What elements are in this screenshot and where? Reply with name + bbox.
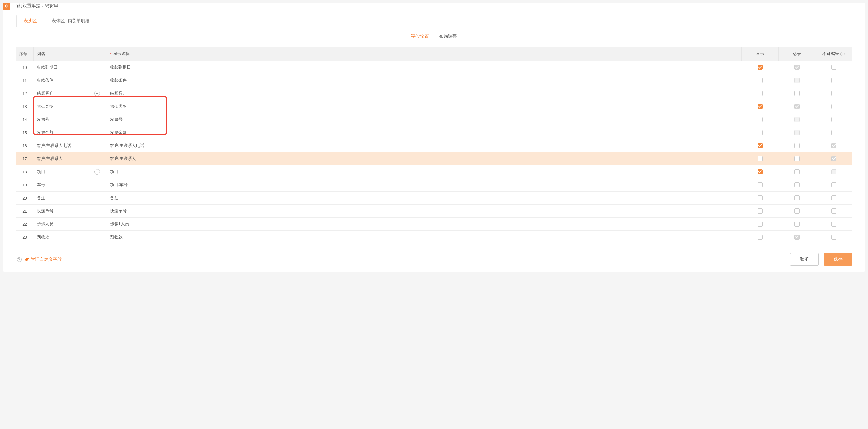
table-row[interactable]: 23预收款预收款 <box>16 231 852 244</box>
cell-required <box>778 87 815 100</box>
cell-readonly <box>815 113 852 126</box>
settings-panel: 当前设置单据：销货单 表头区 表体区–销货单明细 字段设置 布局调整 序号 列名… <box>3 3 865 272</box>
required-checkbox[interactable] <box>795 143 800 148</box>
required-checkbox <box>795 117 800 122</box>
required-checkbox[interactable] <box>795 195 800 200</box>
required-checkbox <box>795 78 800 83</box>
cell-show <box>742 192 778 205</box>
required-checkbox[interactable] <box>795 91 800 96</box>
required-checkbox[interactable] <box>795 156 800 161</box>
collapse-toggle[interactable] <box>3 3 9 9</box>
help-icon[interactable]: ? <box>840 52 845 56</box>
required-checkbox[interactable] <box>795 222 800 227</box>
manage-custom-fields-label: 管理自定义字段 <box>31 257 62 262</box>
readonly-checkbox[interactable] <box>831 208 836 213</box>
cancel-button[interactable]: 取消 <box>790 253 819 266</box>
readonly-checkbox[interactable] <box>831 235 836 240</box>
show-checkbox[interactable] <box>757 91 763 96</box>
cell-display-name[interactable]: 发票金额 <box>107 126 742 139</box>
manage-custom-fields-link[interactable]: 管理自定义字段 <box>25 257 62 262</box>
footer-right: 取消 保存 <box>790 253 852 266</box>
cell-display-name[interactable]: 票据类型 <box>107 100 742 113</box>
footer-help-icon[interactable]: ? <box>17 257 22 262</box>
cell-display-name[interactable]: 步骤1人员 <box>107 218 742 231</box>
cell-display-name[interactable]: 收款条件 <box>107 74 742 87</box>
cell-required <box>778 126 815 139</box>
table-row[interactable]: 19车号项目.车号 <box>16 178 852 192</box>
show-checkbox[interactable] <box>757 143 763 148</box>
readonly-checkbox <box>831 169 836 174</box>
readonly-checkbox[interactable] <box>831 222 836 227</box>
cell-show <box>742 100 778 113</box>
readonly-checkbox[interactable] <box>831 78 836 83</box>
show-checkbox[interactable] <box>757 195 763 200</box>
cell-display-name[interactable]: 客户.主联系人 <box>107 152 742 165</box>
cell-display-name[interactable]: 项目 <box>107 165 742 178</box>
readonly-checkbox[interactable] <box>831 104 836 109</box>
cell-display-name[interactable]: 备注 <box>107 192 742 205</box>
cell-required <box>778 152 815 165</box>
chevron-right-double-icon <box>4 4 8 8</box>
tab-body-area[interactable]: 表体区–销货单明细 <box>44 15 97 27</box>
cell-display-name[interactable]: 发票号 <box>107 113 742 126</box>
cell-name: 客户.主联系人 <box>34 152 107 165</box>
cell-name: 发票金额 <box>34 126 107 139</box>
table-row[interactable]: 22步骤人员步骤1人员 <box>16 218 852 231</box>
table-row[interactable]: 16客户.主联系人电话客户.主联系人电话 <box>16 139 852 152</box>
cell-seq: 21 <box>16 205 34 218</box>
table-row[interactable]: 20备注备注 <box>16 192 852 205</box>
required-checkbox <box>795 104 800 109</box>
readonly-checkbox[interactable] <box>831 91 836 96</box>
table-row[interactable]: 18项目+项目 <box>16 165 852 178</box>
show-checkbox[interactable] <box>757 130 763 135</box>
cell-name: 预收款 <box>34 231 107 244</box>
show-checkbox[interactable] <box>757 182 763 188</box>
show-checkbox[interactable] <box>757 65 763 70</box>
readonly-checkbox[interactable] <box>831 130 836 135</box>
show-checkbox[interactable] <box>757 222 763 227</box>
required-checkbox[interactable] <box>795 182 800 188</box>
show-checkbox[interactable] <box>757 104 763 109</box>
table-row[interactable]: 10收款到期日收款到期日 <box>16 61 852 74</box>
required-checkbox[interactable] <box>795 169 800 174</box>
tab-layout-adjust[interactable]: 布局调整 <box>438 32 458 41</box>
fields-table-wrap: 序号 列名 *显示名称 显示 必录 不可编辑? 10收款到期日收款到期日11收款… <box>16 47 852 244</box>
table-row[interactable]: 11收款条件收款条件 <box>16 74 852 87</box>
table-row[interactable]: 15发票金额发票金额 <box>16 126 852 139</box>
tab-header-area[interactable]: 表头区 <box>16 15 44 27</box>
required-checkbox[interactable] <box>795 208 800 213</box>
cell-required <box>778 218 815 231</box>
save-button[interactable]: 保存 <box>824 253 852 266</box>
show-checkbox[interactable] <box>757 117 763 122</box>
show-checkbox[interactable] <box>757 156 763 161</box>
expand-plus-button[interactable]: + <box>94 90 100 96</box>
readonly-checkbox[interactable] <box>831 182 836 188</box>
required-checkbox <box>795 65 800 70</box>
table-row[interactable]: 13票据类型票据类型 <box>16 100 852 113</box>
show-checkbox[interactable] <box>757 169 763 174</box>
table-row[interactable]: 21快递单号快递单号 <box>16 205 852 218</box>
table-row[interactable]: 17客户.主联系人客户.主联系人 <box>16 152 852 165</box>
expand-plus-button[interactable]: + <box>94 169 100 175</box>
show-checkbox[interactable] <box>757 208 763 213</box>
cell-display-name[interactable]: 快递单号 <box>107 205 742 218</box>
cell-display-name[interactable]: 项目.车号 <box>107 178 742 192</box>
required-star-icon: * <box>110 51 112 56</box>
cell-name: 车号 <box>34 178 107 192</box>
tab-field-settings[interactable]: 字段设置 <box>410 32 430 41</box>
cell-display-name[interactable]: 结算客户 <box>107 87 742 100</box>
table-row[interactable]: 14发票号发票号 <box>16 113 852 126</box>
cell-display-name[interactable]: 预收款 <box>107 231 742 244</box>
col-readonly-header: 不可编辑? <box>815 47 852 61</box>
readonly-checkbox[interactable] <box>831 195 836 200</box>
cell-name: 发票号 <box>34 113 107 126</box>
show-checkbox[interactable] <box>757 78 763 83</box>
show-checkbox[interactable] <box>757 235 763 240</box>
table-row[interactable]: 12结算客户+结算客户 <box>16 87 852 100</box>
readonly-checkbox[interactable] <box>831 65 836 70</box>
cell-display-name[interactable]: 收款到期日 <box>107 61 742 74</box>
cell-display-name[interactable]: 客户.主联系人电话 <box>107 139 742 152</box>
cell-seq: 20 <box>16 192 34 205</box>
readonly-checkbox[interactable] <box>831 117 836 122</box>
cell-show <box>742 126 778 139</box>
